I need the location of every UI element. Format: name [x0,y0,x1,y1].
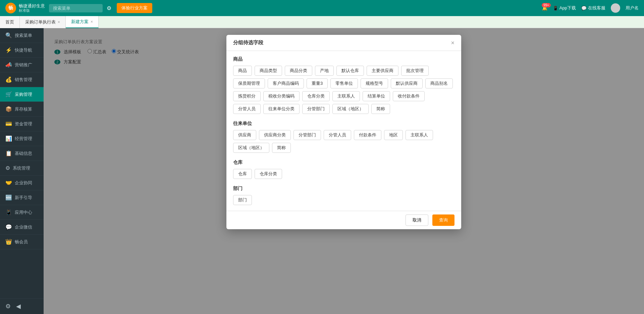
field-chip-0-2[interactable]: 商品分类 [285,66,312,76]
section-title-1: 往来单位 [233,121,454,127]
sidebar-icon-5: 📦 [5,106,12,112]
sidebar-icon-13: 💬 [5,224,12,230]
sidebar-item-14[interactable]: 👑畅会员 [0,235,44,249]
field-chip-1-5[interactable]: 地区 [384,130,403,140]
sidebar-label-4: 采购管理 [15,91,32,98]
sidebar-item-4[interactable]: 🛒采购管理 [0,87,44,102]
field-chips-3: 部门 [233,195,454,205]
field-chip-0-1[interactable]: 商品类型 [255,66,282,76]
sidebar-item-0[interactable]: 🔍搜索菜单 [0,28,44,43]
sidebar-label-6: 资金管理 [15,121,32,127]
field-chip-0-19[interactable]: 收付款条件 [393,91,425,101]
sidebar-item-13[interactable]: 💬企业微信 [0,220,44,235]
field-chip-0-16[interactable]: 仓库分类 [302,91,330,101]
sidebar-icon-9: ⚙ [5,165,10,171]
field-chip-0-4[interactable]: 默认仓库 [336,66,364,76]
sidebar-label-5: 库存核算 [15,106,32,112]
top-navigation: 畅 畅捷通好生意 标准版 ⚙ 体验行业方案 🔔 99+ 📱 App下载 💬 在线… [0,0,644,16]
sidebar-item-12[interactable]: 📱应用中心 [0,205,44,220]
field-chip-0-5[interactable]: 主要供应商 [367,66,398,76]
field-chip-1-2[interactable]: 分管部门 [293,130,321,140]
field-chip-0-24[interactable]: 简称 [371,104,390,114]
field-chip-2-1[interactable]: 仓库分类 [255,169,282,179]
field-chip-0-18[interactable]: 结算单位 [363,91,390,101]
field-chip-1-1[interactable]: 供应商分类 [259,130,291,140]
field-chip-0-7[interactable]: 保质期管理 [233,78,265,88]
experience-button[interactable]: 体验行业方案 [117,3,152,13]
field-chip-0-9[interactable]: 重量3 [307,78,328,88]
tab-new-plan[interactable]: 新建方案 × [66,16,99,28]
sidebar-item-10[interactable]: 🤝企业协同 [0,176,44,190]
field-chip-0-11[interactable]: 规格型号 [361,78,388,88]
tab-home-label: 首页 [5,19,14,25]
tab-purchase-close[interactable]: × [58,20,60,24]
sidebar-item-11[interactable]: 🆕新手引导 [0,190,44,205]
sidebar-item-3[interactable]: 💰销售管理 [0,72,44,87]
field-chip-0-14[interactable]: 拣货积分 [233,91,261,101]
sidebar-label-3: 销售管理 [15,77,32,83]
field-chip-0-10[interactable]: 零售单位 [330,78,358,88]
field-chip-0-15[interactable]: 税收分类编码 [263,91,300,101]
field-chip-0-21[interactable]: 往来单位分类 [263,104,300,114]
service-icon: 💬 [581,6,587,11]
sidebar-item-7[interactable]: 📊经营管理 [0,131,44,146]
tab-home[interactable]: 首页 [0,16,20,28]
confirm-button[interactable]: 查询 [432,214,454,226]
field-chip-0-13[interactable]: 商品别名 [425,78,453,88]
sidebar-icon-0: 🔍 [5,32,12,39]
sidebar-item-6[interactable]: 💳资金管理 [0,117,44,131]
tab-new-plan-close[interactable]: × [91,19,93,24]
field-chip-0-22[interactable]: 分管部门 [302,104,330,114]
app-download-link[interactable]: 📱 App下载 [553,5,576,11]
sidebar-label-8: 基础信息 [15,150,32,156]
tab-purchase-list[interactable]: 采购订单执行表 × [20,16,66,28]
gear-button[interactable]: ⚙ [105,4,113,13]
sidebar-item-5[interactable]: 📦库存核算 [0,102,44,117]
settings-icon[interactable]: ⚙ [5,303,11,310]
field-chip-1-4[interactable]: 付款条件 [354,130,381,140]
sidebar-item-8[interactable]: 📋基础信息 [0,146,44,161]
sidebar-bottom: ⚙ ◀ [0,298,44,314]
field-chips-2: 仓库仓库分类 [233,169,454,179]
field-chip-3-0[interactable]: 部门 [233,195,252,205]
field-chip-0-17[interactable]: 主联系人 [332,91,360,101]
field-chip-0-6[interactable]: 批次管理 [401,66,429,76]
sidebar-icon-4: 🛒 [5,91,12,98]
field-select-modal: 分组待选字段 × 商品商品商品类型商品分类产地默认仓库主要供应商批次管理保质期管… [226,35,461,229]
field-chip-0-12[interactable]: 默认供应商 [391,78,423,88]
search-input[interactable] [49,4,103,12]
field-chip-1-0[interactable]: 供应商 [233,130,256,140]
sidebar-item-2[interactable]: 📣营销推广 [0,58,44,72]
online-service-link[interactable]: 💬 在线客服 [581,5,605,11]
field-chip-1-6[interactable]: 主联系人 [406,130,433,140]
main-layout: 🔍搜索菜单⚡快捷导航📣营销推广💰销售管理🛒采购管理📦库存核算💳资金管理📊经营管理… [0,28,644,314]
content-area: 采购订单执行表方案设置 1 选择模板 汇总表 交叉统计表 2 方案配置 分组待选… [44,28,644,314]
modal-close-button[interactable]: × [451,40,454,46]
field-chip-0-20[interactable]: 分管人员 [233,104,261,114]
sidebar-item-9[interactable]: ⚙系统管理 [0,161,44,176]
cancel-button[interactable]: 取消 [406,214,428,226]
notification-area[interactable]: 🔔 99+ [542,6,547,11]
field-chip-1-7[interactable]: 区域（地区） [233,143,269,153]
field-chip-2-0[interactable]: 仓库 [233,169,252,179]
sidebar-label-11: 新手引导 [15,195,32,201]
field-chip-0-8[interactable]: 客户商品编码 [268,78,304,88]
field-chip-1-3[interactable]: 分管人员 [324,130,351,140]
modal-overlay: 分组待选字段 × 商品商品商品类型商品分类产地默认仓库主要供应商批次管理保质期管… [44,28,644,314]
field-chip-0-23[interactable]: 区域（地区） [332,104,369,114]
collapse-icon[interactable]: ◀ [16,303,21,310]
section-title-2: 仓库 [233,160,454,166]
field-section-3: 部门部门 [233,186,454,205]
sidebar-label-10: 企业协同 [15,180,32,186]
field-section-0: 商品商品商品类型商品分类产地默认仓库主要供应商批次管理保质期管理客户商品编码重量… [233,56,454,114]
field-chips-0: 商品商品类型商品分类产地默认仓库主要供应商批次管理保质期管理客户商品编码重量3零… [233,66,454,114]
field-chip-0-3[interactable]: 产地 [315,66,334,76]
sidebar-item-1[interactable]: ⚡快捷导航 [0,43,44,58]
field-chip-1-8[interactable]: 简称 [272,143,291,153]
field-chip-0-0[interactable]: 商品 [233,66,252,76]
modal-body[interactable]: 商品商品商品类型商品分类产地默认仓库主要供应商批次管理保质期管理客户商品编码重量… [226,51,461,211]
sidebar-icon-14: 👑 [5,239,12,245]
modal-title: 分组待选字段 [233,40,263,46]
tab-bar: 首页 采购订单执行表 × 新建方案 × [0,16,644,28]
avatar[interactable] [611,3,620,13]
